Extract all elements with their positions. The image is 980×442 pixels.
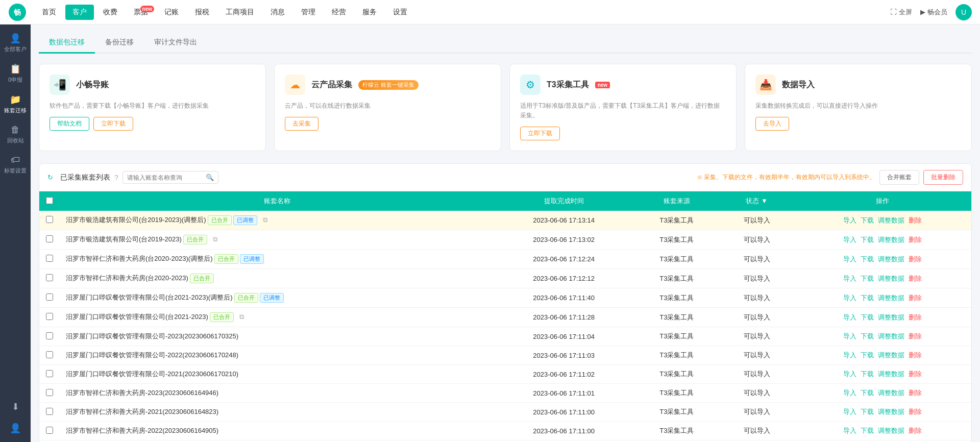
row-checkbox-4[interactable]: [46, 293, 53, 301]
action-删除[interactable]: 删除: [909, 236, 922, 243]
action-删除[interactable]: 删除: [909, 294, 922, 302]
action-导入[interactable]: 导入: [843, 275, 856, 282]
nav-settings[interactable]: 设置: [386, 5, 414, 20]
action-删除[interactable]: 删除: [909, 370, 922, 378]
action-下载[interactable]: 下载: [861, 216, 874, 224]
action-调整数据[interactable]: 调整数据: [878, 313, 904, 321]
header-status[interactable]: 状态 ▼: [720, 191, 793, 211]
sidebar-item-all-customers[interactable]: 👤 全部客户: [0, 29, 31, 57]
action-删除[interactable]: 删除: [909, 389, 922, 397]
nav-service[interactable]: 服务: [355, 5, 384, 20]
tab-audit-export[interactable]: 审计文件导出: [144, 33, 207, 54]
sidebar-item-download[interactable]: ⬇: [0, 397, 31, 416]
action-删除[interactable]: 删除: [909, 313, 922, 321]
merge-accounts-btn[interactable]: 合并账套: [879, 170, 919, 185]
action-调整数据[interactable]: 调整数据: [878, 294, 904, 302]
cloud-collect-btn[interactable]: 去采集: [285, 117, 318, 131]
action-导入[interactable]: 导入: [843, 332, 856, 340]
action-调整数据[interactable]: 调整数据: [878, 370, 904, 378]
row-checkbox-5[interactable]: [46, 313, 53, 320]
xiaochange-help-btn[interactable]: 帮助文档: [50, 117, 89, 131]
action-导入[interactable]: 导入: [843, 236, 856, 243]
action-下载[interactable]: 下载: [861, 236, 874, 243]
action-调整数据[interactable]: 调整数据: [878, 255, 904, 263]
action-删除[interactable]: 删除: [909, 332, 922, 340]
import-go-btn[interactable]: 去导入: [755, 117, 789, 131]
row-checkbox-3[interactable]: [46, 274, 53, 281]
nav-customers[interactable]: 客户: [65, 5, 94, 20]
sidebar-item-zero-declare[interactable]: 📋 0申报: [0, 59, 31, 88]
action-调整数据[interactable]: 调整数据: [878, 275, 904, 282]
action-下载[interactable]: 下载: [861, 370, 874, 378]
action-调整数据[interactable]: 调整数据: [878, 351, 904, 359]
app-logo[interactable]: 畅: [8, 3, 27, 21]
action-下载[interactable]: 下载: [861, 332, 874, 340]
action-调整数据[interactable]: 调整数据: [878, 236, 904, 243]
nav-operation[interactable]: 经营: [325, 5, 353, 20]
tab-backup-migration[interactable]: 备份迁移: [95, 33, 144, 54]
row-checkbox-11[interactable]: [46, 427, 53, 434]
action-下载[interactable]: 下载: [861, 351, 874, 359]
nav-commerce[interactable]: 工商项目: [218, 5, 261, 20]
action-导入[interactable]: 导入: [843, 255, 856, 263]
action-删除[interactable]: 删除: [909, 216, 922, 224]
nav-accounting[interactable]: 记账: [157, 5, 186, 20]
fullscreen-button[interactable]: ⛶ 全屏: [890, 8, 912, 17]
sidebar-item-user-settings[interactable]: 👤: [0, 419, 31, 438]
nav-tax[interactable]: 报税: [188, 5, 216, 20]
row-checkbox-1[interactable]: [46, 235, 53, 242]
row-checkbox-6[interactable]: [46, 332, 53, 339]
nav-home[interactable]: 首页: [35, 5, 63, 20]
nav-billing[interactable]: 收费: [96, 5, 125, 20]
action-导入[interactable]: 导入: [843, 351, 856, 359]
nav-invoice[interactable]: 票据new: [127, 5, 155, 20]
search-icon[interactable]: 🔍: [206, 174, 214, 181]
action-导入[interactable]: 导入: [843, 294, 856, 302]
action-导入[interactable]: 导入: [843, 313, 856, 321]
help-icon[interactable]: ?: [114, 174, 118, 182]
action-下载[interactable]: 下载: [861, 313, 874, 321]
batch-delete-btn[interactable]: 批量删除: [923, 170, 963, 185]
row-checkbox-10[interactable]: [46, 408, 53, 415]
action-导入[interactable]: 导入: [843, 389, 856, 397]
action-下载[interactable]: 下载: [861, 275, 874, 282]
search-input[interactable]: [127, 174, 204, 181]
action-调整数据[interactable]: 调整数据: [878, 389, 904, 397]
action-删除[interactable]: 删除: [909, 408, 922, 415]
action-下载[interactable]: 下载: [861, 427, 874, 434]
row-checkbox-0[interactable]: [46, 216, 53, 223]
user-avatar[interactable]: U: [955, 4, 972, 20]
copy-icon[interactable]: ⧉: [263, 216, 267, 224]
row-checkbox-7[interactable]: [46, 351, 53, 358]
sidebar-item-recycle[interactable]: 🗑 回收站: [0, 120, 31, 149]
sidebar-item-account-migration[interactable]: 📁 账套迁移: [0, 90, 31, 118]
row-checkbox-8[interactable]: [46, 370, 53, 377]
action-下载[interactable]: 下载: [861, 408, 874, 415]
action-下载[interactable]: 下载: [861, 389, 874, 397]
sidebar-item-tag-settings[interactable]: 🏷 标签设置: [0, 151, 31, 179]
copy-icon[interactable]: ⧉: [213, 235, 217, 243]
row-checkbox-2[interactable]: [46, 255, 53, 262]
action-下载[interactable]: 下载: [861, 255, 874, 263]
member-button[interactable]: ▶ 畅会员: [920, 8, 947, 17]
action-调整数据[interactable]: 调整数据: [878, 332, 904, 340]
action-删除[interactable]: 删除: [909, 275, 922, 282]
action-导入[interactable]: 导入: [843, 216, 856, 224]
xiaochange-download-btn[interactable]: 立即下载: [93, 117, 133, 131]
action-调整数据[interactable]: 调整数据: [878, 427, 904, 434]
t3-download-btn[interactable]: 立即下载: [520, 127, 560, 140]
copy-icon[interactable]: ⧉: [239, 313, 244, 321]
action-导入[interactable]: 导入: [843, 408, 856, 415]
action-删除[interactable]: 删除: [909, 427, 922, 434]
select-all-checkbox[interactable]: [46, 197, 53, 204]
action-删除[interactable]: 删除: [909, 255, 922, 263]
action-调整数据[interactable]: 调整数据: [878, 216, 904, 224]
row-checkbox-9[interactable]: [46, 389, 53, 396]
action-调整数据[interactable]: 调整数据: [878, 408, 904, 415]
action-导入[interactable]: 导入: [843, 427, 856, 434]
refresh-icon[interactable]: ↻: [47, 174, 53, 181]
action-删除[interactable]: 删除: [909, 351, 922, 359]
tab-data-migration[interactable]: 数据包迁移: [39, 33, 95, 54]
action-导入[interactable]: 导入: [843, 370, 856, 378]
action-下载[interactable]: 下载: [861, 294, 874, 302]
